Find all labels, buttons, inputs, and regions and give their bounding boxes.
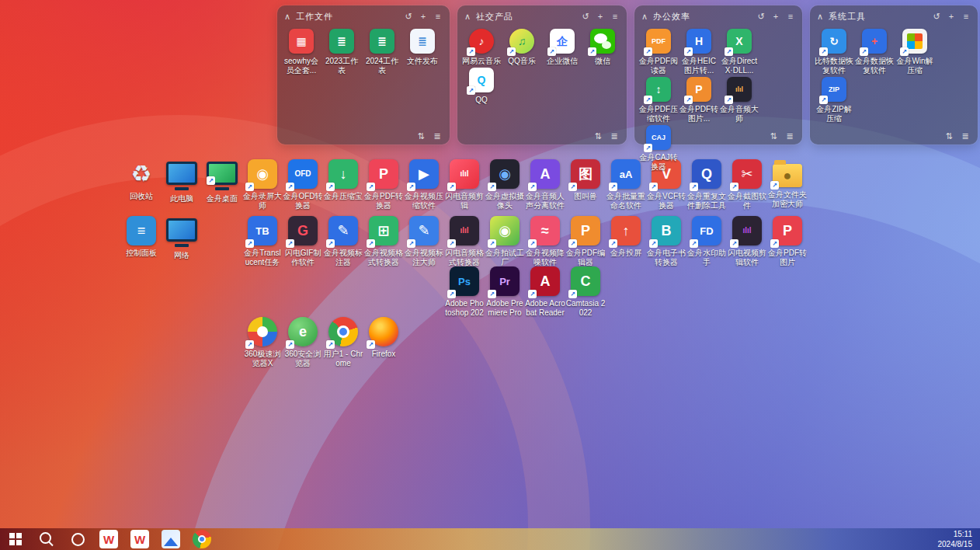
- desktop[interactable]: ♻回收站此电脑↗金舟桌面◉↗金舟录屏大师OFD↗金舟OFD转换器↓↗金舟压缩宝P…: [0, 0, 980, 550]
- icon-label: QQ: [461, 96, 502, 105]
- icon-label: 文件发布: [402, 57, 443, 66]
- heic-converter-icon: H↗: [686, 29, 711, 54]
- panel-shortcut[interactable]: H↗金舟HEIC图片转...: [679, 29, 719, 75]
- w-app-button-2[interactable]: W: [124, 528, 155, 550]
- panel-shortcut[interactable]: ≣2023工作表: [321, 29, 362, 75]
- panel-grid: ♪↗网易云音乐♫↗QQ音乐企↗企业微信↗微信Q↗QQ: [457, 26, 627, 106]
- shortcut-arrow-badge: ↗: [467, 47, 475, 56]
- sort-icon[interactable]: ⇅: [944, 131, 954, 141]
- shortcut-arrow-badge: ↗: [860, 47, 868, 56]
- shortcut-arrow-badge: ↗: [725, 47, 733, 56]
- shortcut-arrow-badge: ↗: [644, 96, 652, 104]
- data-recovery-icon: +↗: [862, 29, 887, 54]
- refresh-icon[interactable]: ↺: [404, 12, 413, 22]
- panel-shortcut[interactable]: Q↗QQ: [461, 68, 502, 105]
- panel-grid: ↻↗比特数据恢复软件+↗金舟数据恢复软件↗金舟Win解压缩ZIP↗金舟ZIP解压…: [810, 26, 978, 125]
- shortcut-arrow-badge: ↗: [644, 47, 652, 56]
- win-unzip-icon: ↗: [902, 29, 927, 54]
- panel-shortcut[interactable]: ♫↗QQ音乐: [502, 29, 542, 66]
- add-icon[interactable]: +: [419, 12, 428, 22]
- photos-app-button[interactable]: [155, 528, 186, 550]
- panel-shortcut[interactable]: ↗金舟Win解压缩: [895, 29, 935, 75]
- fence-panel: ∧系统工具↺+≡↻↗比特数据恢复软件+↗金舟数据恢复软件↗金舟Win解压缩ZIP…: [810, 5, 978, 144]
- chrome-app-button[interactable]: [186, 528, 217, 550]
- panel-shortcut[interactable]: ↻↗比特数据恢复软件: [814, 29, 854, 75]
- shortcut-arrow-badge: ↗: [725, 96, 733, 104]
- shortcut-arrow-badge: ↗: [467, 86, 475, 95]
- icon-label: 金舟Win解压缩: [895, 57, 935, 75]
- sort-icon[interactable]: ⇅: [416, 131, 426, 141]
- panel-shortcut[interactable]: P↗金舟PDF转图片...: [679, 77, 719, 124]
- add-icon[interactable]: +: [947, 12, 956, 22]
- task-view-button[interactable]: [62, 528, 93, 550]
- collapse-icon[interactable]: ∧: [284, 12, 290, 22]
- layout-icon[interactable]: ≣: [610, 131, 619, 141]
- pdf-reader-icon: PDF↗: [646, 29, 671, 54]
- shortcut-arrow-badge: ↗: [588, 47, 596, 56]
- icon-label: 网易云音乐: [461, 57, 502, 66]
- menu-icon[interactable]: ≡: [610, 12, 620, 22]
- panel-shortcut[interactable]: +↗金舟数据恢复软件: [854, 29, 895, 75]
- panel-shortcut[interactable]: PDF↗金舟PDF阅读器: [638, 29, 679, 75]
- panel-shortcut[interactable]: X↗金舟DirectX·DLL...: [719, 29, 759, 75]
- shortcut-arrow-badge: ↗: [819, 96, 828, 104]
- shortcut-arrow-badge: ↗: [507, 47, 516, 56]
- fence-panel-layer: ∧工作文件↺+≡▦seowhy会员全套...≣2023工作表≣2024工作表≣文…: [0, 0, 980, 550]
- menu-icon[interactable]: ≡: [961, 12, 971, 22]
- sort-icon[interactable]: ⇅: [593, 131, 603, 141]
- caj-converter-icon: CAJ↗: [646, 125, 671, 150]
- panel-shortcut[interactable]: ≣2024工作表: [362, 29, 402, 75]
- panel-title: 社交产品: [476, 11, 513, 23]
- spreadsheet-icon: ≣: [370, 29, 394, 54]
- clock[interactable]: 15:11 2024/8/15: [938, 529, 980, 549]
- menu-icon[interactable]: ≡: [433, 12, 443, 22]
- refresh-icon[interactable]: ↺: [756, 12, 766, 22]
- document-icon: ≣: [410, 29, 435, 54]
- panel-shortcut[interactable]: 企↗企业微信: [542, 29, 582, 66]
- collapse-icon[interactable]: ∧: [464, 12, 471, 22]
- layout-icon[interactable]: ≣: [785, 131, 794, 141]
- panel-shortcut[interactable]: ≣文件发布: [402, 29, 443, 75]
- panel-header: ∧社交产品↺+≡: [457, 5, 627, 26]
- panel-header: ∧工作文件↺+≡: [277, 5, 450, 26]
- refresh-icon[interactable]: ↺: [932, 12, 941, 22]
- taskbar-buttons: WW: [0, 528, 217, 550]
- taskbar-time: 15:11: [938, 529, 973, 539]
- fence-panel: ∧办公效率↺+≡PDF↗金舟PDF阅读器H↗金舟HEIC图片转...X↗金舟Di…: [634, 5, 802, 144]
- sort-icon[interactable]: ⇅: [769, 131, 778, 141]
- add-icon[interactable]: +: [771, 12, 780, 22]
- menu-icon[interactable]: ≡: [786, 12, 795, 22]
- collapse-icon[interactable]: ∧: [817, 12, 823, 22]
- panel-shortcut[interactable]: ılıl↗金舟音频大师: [719, 77, 759, 124]
- netease-music-icon: ♪↗: [469, 29, 494, 54]
- icon-label: 金舟CAJ转换器: [638, 153, 679, 172]
- panel-shortcut[interactable]: ZIP↗金舟ZIP解压缩: [814, 77, 854, 124]
- shortcut-arrow-badge: ↗: [684, 96, 693, 104]
- wecom-icon: 企↗: [550, 29, 575, 54]
- add-icon[interactable]: +: [596, 12, 605, 22]
- layout-icon[interactable]: ≣: [961, 131, 970, 141]
- wechat-icon: ↗: [590, 29, 615, 54]
- panel-shortcut[interactable]: CAJ↗金舟CAJ转换器: [638, 125, 679, 172]
- panel-shortcut[interactable]: ↗微信: [582, 29, 623, 66]
- panel-shortcut[interactable]: ♪↗网易云音乐: [461, 29, 502, 66]
- refresh-icon[interactable]: ↺: [581, 12, 590, 22]
- icon-label: 金舟PDF转图片...: [679, 105, 719, 124]
- panel-shortcut[interactable]: ▦seowhy会员全套...: [281, 29, 321, 75]
- icon-label: 金舟数据恢复软件: [854, 57, 895, 75]
- taskbar-date: 2024/8/15: [938, 539, 973, 549]
- w-red-icon: W: [99, 530, 118, 548]
- icon-label: 金舟PDF阅读器: [638, 57, 679, 75]
- icon-label: 金舟音频大师: [719, 105, 759, 124]
- layout-icon[interactable]: ≣: [433, 131, 442, 141]
- panel-actions: ↺+≡: [932, 12, 971, 22]
- search-button[interactable]: [31, 528, 62, 550]
- start-button[interactable]: [0, 528, 31, 550]
- w-app-button-1[interactable]: W: [93, 528, 124, 550]
- directx-tool-icon: X↗: [727, 29, 752, 54]
- photos-icon: [162, 530, 180, 548]
- icon-label: 比特数据恢复软件: [814, 57, 854, 75]
- shortcut-arrow-badge: ↗: [900, 47, 909, 56]
- panel-shortcut[interactable]: ↕↗金舟PDF压缩软件: [638, 77, 679, 124]
- collapse-icon[interactable]: ∧: [641, 12, 648, 22]
